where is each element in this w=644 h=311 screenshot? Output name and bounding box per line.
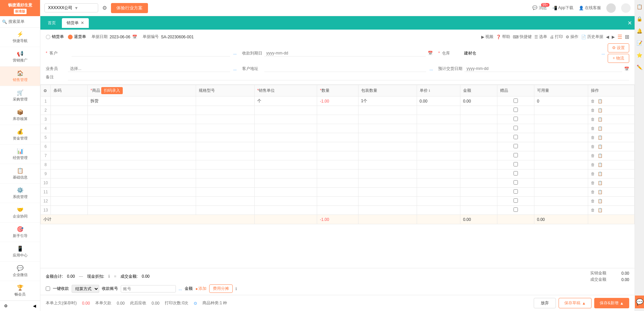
row-amount[interactable] [460, 188, 497, 197]
row-delete-icon[interactable]: 🗑 [591, 99, 595, 104]
row-unit[interactable] [254, 169, 317, 179]
row-qty[interactable] [317, 179, 358, 188]
settings-footer-icon[interactable]: ⚙ [4, 304, 8, 308]
customer-input[interactable] [72, 50, 230, 56]
row-qty[interactable] [317, 115, 358, 124]
customer-addr-lookup-dots[interactable]: ... [429, 67, 433, 71]
row-spec[interactable] [196, 124, 254, 133]
salesperson-lookup-dots[interactable]: ... [233, 67, 237, 71]
row-unit[interactable] [254, 124, 317, 133]
row-spec[interactable] [196, 179, 254, 188]
row-copy-icon[interactable]: 📋 [598, 190, 603, 194]
row-gift[interactable] [497, 133, 534, 142]
row-copy-icon[interactable]: 📋 [598, 99, 603, 104]
row-unit[interactable] [254, 106, 317, 115]
list-view-icon[interactable]: ☰ [617, 34, 622, 40]
trial-button[interactable]: 体验行业方案 [111, 3, 148, 13]
toolbar-help[interactable]: ❓ 帮助 [496, 34, 510, 40]
user-avatar-2[interactable] [621, 3, 631, 13]
nav-prev-icon[interactable]: ◀ [606, 35, 609, 39]
row-amount[interactable] [460, 142, 497, 151]
row-qty[interactable] [317, 133, 358, 142]
row-price[interactable] [417, 124, 460, 133]
product-types-icon[interactable]: ⊙ [194, 301, 197, 306]
row-qty[interactable] [317, 188, 358, 197]
row-pkg-qty[interactable] [358, 169, 417, 179]
right-panel-edit[interactable]: 📝 [635, 39, 644, 47]
tab-close-icon[interactable]: ✕ [81, 21, 84, 25]
row-spec[interactable] [196, 133, 254, 142]
row-product[interactable]: 拆货 [88, 96, 196, 106]
tab-home[interactable]: 首页 [43, 18, 61, 28]
row-gift[interactable] [497, 188, 534, 197]
price-info-icon[interactable]: ℹ [429, 89, 430, 92]
sidebar-item-marketing[interactable]: 📢 营销推广 [0, 47, 40, 67]
row-product[interactable] [88, 115, 196, 124]
row-copy-icon[interactable]: 📋 [598, 199, 603, 203]
row-spec[interactable] [196, 206, 254, 215]
discard-button[interactable]: 放弃 [534, 298, 556, 308]
row-barcode[interactable] [51, 206, 88, 215]
row-pkg-qty[interactable] [358, 160, 417, 169]
settings-icon[interactable]: ⚙ [102, 5, 107, 11]
row-amount[interactable] [460, 160, 497, 169]
row-barcode[interactable] [51, 115, 88, 124]
row-product[interactable] [88, 206, 196, 215]
row-pkg-qty[interactable] [358, 115, 417, 124]
row-amount[interactable] [460, 206, 497, 215]
row-gift[interactable] [497, 169, 534, 179]
sidebar-item-apps[interactable]: 📱 应用中心 [0, 242, 40, 262]
row-delete-icon[interactable]: 🗑 [591, 208, 595, 212]
row-unit[interactable] [254, 188, 317, 197]
row-barcode[interactable] [51, 188, 88, 197]
tab-sales-order[interactable]: 销货单 ✕ [62, 18, 89, 28]
row-product[interactable] [88, 142, 196, 151]
row-barcode[interactable] [51, 133, 88, 142]
row-pkg-qty[interactable] [358, 133, 417, 142]
due-date-calendar-icon[interactable]: 📅 [428, 51, 433, 55]
right-panel-lock[interactable]: 🔒 [635, 15, 644, 23]
row-gift[interactable] [497, 206, 534, 215]
row-pkg-qty[interactable] [358, 151, 417, 160]
row-unit[interactable] [254, 160, 317, 169]
row-delete-icon[interactable]: 🗑 [591, 171, 595, 176]
row-barcode[interactable] [51, 169, 88, 179]
calendar-icon[interactable]: 📅 [132, 35, 137, 39]
row-copy-icon[interactable]: 📋 [598, 126, 603, 131]
sidebar-item-finance[interactable]: 💰 资金管理 [0, 125, 40, 145]
toolbar-history[interactable]: 📄 历史单据 [581, 34, 603, 40]
row-product[interactable] [88, 179, 196, 188]
row-barcode[interactable] [51, 179, 88, 188]
row-product[interactable] [88, 169, 196, 179]
row-product[interactable] [88, 188, 196, 197]
row-qty[interactable] [317, 206, 358, 215]
toolbar-video[interactable]: ▶ 视频 [481, 34, 493, 40]
row-delete-icon[interactable]: 🗑 [591, 199, 595, 203]
col-settings[interactable]: ⚙ [41, 85, 51, 96]
row-unit[interactable] [254, 151, 317, 160]
row-price[interactable] [417, 197, 460, 206]
sidebar-item-system[interactable]: ⚙️ 系统管理 [0, 184, 40, 203]
collapse-icon[interactable]: ◀ [33, 304, 36, 308]
toolbar-print[interactable]: 🖨 打印 [550, 34, 563, 40]
expense-split-button[interactable]: 费用分摊 [209, 284, 233, 293]
row-gift[interactable] [497, 160, 534, 169]
grid-view-icon[interactable]: ⊞ [625, 34, 629, 40]
row-gift[interactable] [497, 124, 534, 133]
sidebar-item-operation[interactable]: 📊 经营管理 [0, 145, 40, 164]
row-gift[interactable] [497, 151, 534, 160]
row-spec[interactable] [196, 96, 254, 106]
row-spec[interactable] [196, 197, 254, 206]
row-unit[interactable] [254, 206, 317, 215]
row-unit[interactable] [254, 179, 317, 188]
row-copy-icon[interactable]: 📋 [598, 181, 603, 185]
row-spec[interactable] [196, 188, 254, 197]
row-price[interactable] [417, 206, 460, 215]
row-amount[interactable]: 0.00 [460, 96, 497, 106]
account-lookup-dots[interactable]: ... [179, 286, 182, 291]
row-delete-icon[interactable]: 🗑 [591, 153, 595, 158]
row-amount[interactable] [460, 169, 497, 179]
row-spec[interactable] [196, 151, 254, 160]
sidebar-item-basic[interactable]: 📋 基础信息 [0, 164, 40, 184]
toolbar-shortcut[interactable]: ⌨ 快捷键 [513, 34, 532, 40]
